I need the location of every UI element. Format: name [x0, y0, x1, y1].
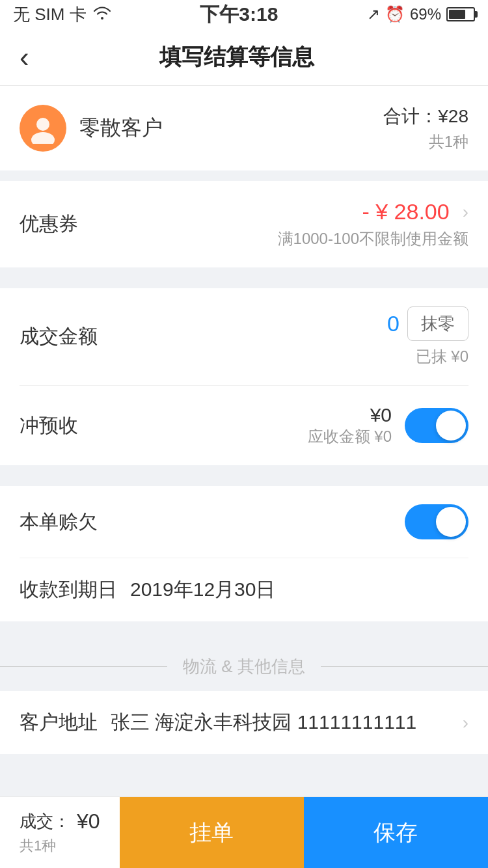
coupon-section: 优惠券 - ¥ 28.00 › 满1000-100不限制使用金额: [0, 181, 488, 267]
due-date-label: 收款到期日: [20, 576, 117, 603]
debit-label: 本单赊欠: [20, 509, 98, 536]
battery-icon: [446, 7, 475, 21]
pre-receive-toggle[interactable]: [405, 408, 468, 443]
address-value: 张三 海淀永丰科技园 11111111111: [111, 709, 463, 736]
transaction-row: 成交金额 0 抹零 已抹 ¥0: [0, 288, 488, 385]
logistics-divider: 物流 & 其他信息: [0, 642, 488, 691]
divider-line-right: [321, 666, 488, 667]
wifi-icon: [93, 5, 111, 23]
alarm-icon: ⏰: [385, 5, 405, 23]
save-button-label: 保存: [373, 818, 418, 848]
receivable-text: 应收金额 ¥0: [308, 426, 392, 447]
customer-left: 零散客户: [20, 105, 163, 152]
time-text: 下午3:18: [200, 1, 278, 28]
divider-line-left: [0, 666, 167, 667]
item-count: 共1种: [383, 131, 468, 152]
due-date-row: 收款到期日 2019年12月30日: [0, 558, 488, 621]
coupon-amount: - ¥ 28.00: [362, 199, 449, 224]
transaction-section: 成交金额 0 抹零 已抹 ¥0 冲预收 ¥0 应收金额 ¥0: [0, 288, 488, 465]
bottom-bar: 成交： ¥0 共1种 挂单 保存: [0, 796, 488, 868]
customer-section: 零散客户 合计：¥28 共1种: [0, 86, 488, 170]
already-rounded-text: 已抹 ¥0: [416, 346, 468, 367]
status-left: 无 SIM 卡: [13, 3, 111, 26]
hang-button[interactable]: 挂单: [120, 797, 304, 869]
coupon-label: 优惠券: [20, 211, 78, 237]
logistics-label: 物流 & 其他信息: [167, 655, 321, 678]
page-title: 填写结算等信息: [42, 42, 432, 72]
bottom-info: 成交： ¥0 共1种: [0, 809, 120, 856]
transaction-label: 成交金额: [20, 323, 98, 350]
transaction-value[interactable]: 0: [360, 311, 400, 336]
address-label: 客户地址: [20, 709, 98, 736]
round-zero-button[interactable]: 抹零: [407, 306, 468, 341]
section-divider-2: [0, 476, 488, 486]
customer-row: 零散客户 合计：¥28 共1种: [0, 86, 488, 170]
hang-button-label: 挂单: [189, 818, 234, 848]
coupon-row[interactable]: 优惠券 - ¥ 28.00 › 满1000-100不限制使用金额: [0, 181, 488, 267]
status-bar: 无 SIM 卡 下午3:18 ↗ ⏰ 69%: [0, 0, 488, 29]
bottom-transaction-label: 成交：: [20, 810, 70, 833]
debit-toggle-knob: [436, 507, 466, 537]
debit-row: 本单赊欠: [0, 486, 488, 558]
status-right: ↗ ⏰ 69%: [367, 5, 475, 23]
carrier-text: 无 SIM 卡: [13, 3, 87, 26]
section-divider-1: [0, 278, 488, 288]
coupon-description: 满1000-100不限制使用金额: [278, 228, 468, 249]
pre-receive-amounts: ¥0 应收金额 ¥0: [308, 404, 392, 447]
avatar: [20, 105, 66, 152]
total-amount: 合计：¥28: [383, 104, 468, 129]
section-divider-3: [0, 632, 488, 642]
pre-receive-right: ¥0 应收金额 ¥0: [308, 404, 468, 447]
due-date-value: 2019年12月30日: [130, 576, 275, 603]
address-row[interactable]: 客户地址 张三 海淀永丰科技园 11111111111 ›: [0, 691, 488, 754]
bottom-transaction-amount: ¥0: [77, 809, 100, 834]
svg-point-0: [36, 118, 49, 131]
pre-amount: ¥0: [308, 404, 392, 426]
address-section: 客户地址 张三 海淀永丰科技园 11111111111 ›: [0, 691, 488, 754]
chevron-right-icon: ›: [463, 202, 468, 223]
battery-percent: 69%: [410, 5, 441, 23]
bottom-transaction: 成交： ¥0: [20, 809, 100, 834]
address-chevron-icon: ›: [463, 712, 468, 733]
toggle-knob: [436, 411, 466, 441]
customer-name: 零散客户: [79, 114, 163, 142]
pre-receive-row: 冲预收 ¥0 应收金额 ¥0: [0, 386, 488, 465]
svg-point-1: [31, 132, 55, 144]
debit-section: 本单赊欠 收款到期日 2019年12月30日: [0, 486, 488, 621]
back-button[interactable]: ‹: [20, 41, 29, 74]
customer-total: 合计：¥28 共1种: [383, 104, 468, 152]
debit-toggle[interactable]: [405, 504, 468, 539]
coupon-right: - ¥ 28.00 › 满1000-100不限制使用金额: [278, 199, 468, 249]
location-icon: ↗: [367, 5, 380, 23]
save-button[interactable]: 保存: [304, 797, 488, 869]
bottom-items: 共1种: [20, 836, 100, 856]
nav-bar: ‹ 填写结算等信息: [0, 29, 488, 86]
pre-receive-label: 冲预收: [20, 413, 78, 439]
